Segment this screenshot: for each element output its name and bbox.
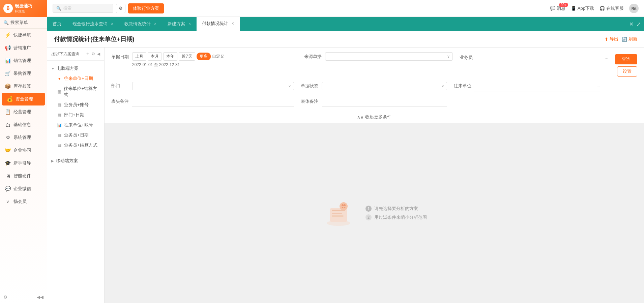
date-btn-this-month[interactable]: 本月	[148, 52, 162, 61]
tab-new-scheme-close[interactable]: ×	[188, 22, 191, 26]
date-btn-this-year[interactable]: 本年	[163, 52, 177, 61]
scheme-item-partner-date[interactable]: ● 往来单位+日期	[47, 73, 104, 84]
tab-bank-flow-close[interactable]: ×	[111, 22, 113, 26]
svg-rect-3	[332, 213, 342, 214]
partner-dots[interactable]: ...	[596, 83, 600, 88]
content-area: 付款情况统计(往来单位+日期) ⬆ 导出 🔄 刷新	[47, 31, 644, 303]
sidebar-bottom: ⚙ ◀◀	[0, 291, 47, 303]
salesman-label: 业务员	[460, 55, 473, 61]
date-btn-more[interactable]: 更多	[197, 53, 211, 60]
settings-button[interactable]: 设置	[617, 66, 637, 77]
scheme-item-salesman-account[interactable]: ▦ 业务员+账号	[47, 100, 104, 110]
partner-label: 往来单位	[454, 83, 471, 89]
scheme-collapse-icon[interactable]: ◀	[97, 52, 100, 56]
refresh-button[interactable]: 🔄 刷新	[622, 36, 637, 42]
logo-name: 畅捷通巧	[15, 3, 32, 9]
tab-expand-icon[interactable]: ⤢	[636, 21, 641, 27]
purchase-icon: 🛒	[5, 70, 11, 77]
quick-nav-icon: ⚡	[5, 32, 11, 38]
app-download-label: App下载	[578, 5, 594, 11]
scheme-partner-account-icon: 📊	[57, 122, 62, 128]
message-badge: 99+	[559, 3, 568, 7]
date-btn-last-month[interactable]: 上月	[132, 52, 146, 61]
tab-collection-stats-close[interactable]: ×	[154, 22, 156, 26]
scheme-add-icon[interactable]: +	[86, 51, 89, 57]
scheme-item-salesman-settlement[interactable]: ▦ 业务员+结算方式	[47, 140, 104, 150]
tab-new-scheme-label: 新建方案	[168, 21, 185, 27]
table-body-note-label: 表体备注	[301, 98, 319, 104]
trial-button[interactable]: 体验行业方案	[128, 3, 164, 13]
table-header-note-input[interactable]	[132, 97, 294, 105]
tab-new-scheme[interactable]: 新建方案 ×	[162, 17, 197, 31]
export-label: 导出	[610, 36, 618, 42]
salesman-input[interactable]	[476, 54, 605, 61]
sidebar-item-operation[interactable]: 📋 经营管理	[0, 105, 47, 118]
app-download-item[interactable]: 📱 App下载	[571, 5, 594, 11]
scheme-item-partner-account[interactable]: 📊 往来单位+账号	[47, 120, 104, 130]
sidebar-item-finance[interactable]: 💰 资金管理	[2, 93, 45, 105]
export-button[interactable]: ⬆ 导出	[605, 36, 618, 42]
logo-version: 标准版	[15, 9, 32, 14]
tab-collection-stats[interactable]: 收款情况统计 ×	[119, 17, 162, 31]
sidebar-item-sales[interactable]: 📊 销售管理	[0, 54, 47, 67]
tab-bank-flow[interactable]: 现金银行流水查询 ×	[67, 17, 119, 31]
query-button[interactable]: 查询	[615, 54, 637, 64]
sidebar-item-enterprise[interactable]: 🤝 企业协同	[0, 144, 47, 157]
collapse-button[interactable]: ∧∧ 收起更多条件	[357, 114, 391, 120]
scheme-panel-header: 按以下方案查询 + ⚙ ◀	[47, 48, 104, 61]
scheme-mobile-chevron: ▶	[51, 159, 54, 163]
scheme-item-salesman-date[interactable]: ▦ 业务员+日期	[47, 130, 104, 140]
search-menu-item[interactable]: 🔍 搜索菜单	[0, 17, 47, 29]
main-area: 🔍 搜索 ⚙ 体验行业方案 💬 消息 99+ 📱 App下载 🎧 在线客服	[47, 0, 644, 303]
voucher-status-select[interactable]: ∨	[322, 82, 447, 90]
empty-hint-1: 1 请先选择要分析的方案	[365, 206, 427, 212]
scheme-settings-icon[interactable]: ⚙	[91, 52, 95, 56]
date-custom-label[interactable]: 自定义	[212, 54, 224, 59]
sidebar-collapse-icon[interactable]: ◀◀	[37, 295, 43, 300]
date-btn-7days[interactable]: 近7天	[179, 52, 195, 61]
system-label: 系统管理	[13, 134, 31, 141]
scheme-desktop-header[interactable]: ▼ 电脑端方案	[47, 63, 104, 73]
sidebar-item-marketing[interactable]: 📢 营销推广	[0, 41, 47, 54]
message-item[interactable]: 💬 消息 99+	[550, 5, 565, 11]
collapse-chevron-up: ∧∧	[357, 115, 364, 120]
page-body: 按以下方案查询 + ⚙ ◀ ▼ 电脑端方案	[47, 48, 644, 303]
marketing-icon: 📢	[5, 45, 11, 51]
sidebar-item-smart-hw[interactable]: 🖥 智能硬件	[0, 170, 47, 182]
scheme-salesman-settlement-label: 业务员+结算方式	[64, 142, 97, 148]
sidebar-item-system[interactable]: ⚙ 系统管理	[0, 131, 47, 144]
sales-icon: 📊	[5, 58, 11, 64]
logo-area: 6 畅捷通巧 标准版	[0, 0, 47, 17]
tab-home[interactable]: 首页	[47, 17, 67, 31]
finance-label: 资金管理	[16, 96, 33, 102]
sidebar-item-quick-nav[interactable]: ⚡ 快捷导航	[0, 29, 47, 41]
tab-payment-stats[interactable]: 付款情况统计 ×	[197, 17, 240, 31]
scheme-item-dept-date[interactable]: ▦ 部门+日期	[47, 110, 104, 120]
sidebar-item-inventory[interactable]: 📦 库存核算	[0, 80, 47, 93]
sidebar-item-guide[interactable]: 🎓 新手引导	[0, 157, 47, 170]
online-service-item[interactable]: 🎧 在线客服	[599, 5, 624, 11]
salesman-dots[interactable]: ...	[605, 55, 608, 60]
tab-payment-stats-close[interactable]: ×	[232, 21, 234, 26]
scheme-mobile-header[interactable]: ▶ 移动端方案	[47, 156, 104, 166]
source-voucher-select[interactable]: ∨	[325, 52, 453, 61]
voucher-status-chevron: ∨	[441, 84, 444, 88]
header-search-box[interactable]: 🔍 搜索	[53, 4, 113, 13]
sidebar-item-member[interactable]: ∨ 畅会员	[0, 195, 47, 208]
user-avatar[interactable]: Rit	[629, 4, 639, 13]
sidebar-settings-icon[interactable]: ⚙	[3, 295, 7, 300]
sidebar-item-wechat[interactable]: 💬 企业微信	[0, 182, 47, 195]
table-header-note-label: 表头备注	[111, 98, 129, 104]
partner-input[interactable]	[474, 82, 596, 90]
smart-hw-icon: 🖥	[5, 173, 11, 179]
tab-close-all-icon[interactable]: ✕	[629, 21, 634, 27]
table-body-note-input[interactable]	[322, 97, 447, 105]
sidebar-item-basic-info[interactable]: 🗂 基础信息	[0, 118, 47, 131]
header-settings-button[interactable]: ⚙	[116, 4, 125, 13]
scheme-item-partner-settlement[interactable]: ▦ 往来单位+结算方式	[47, 84, 104, 100]
wechat-icon: 💬	[5, 186, 11, 192]
scheme-partner-date-label: 往来单位+日期	[64, 75, 93, 82]
tab-bar-actions: ✕ ⤢	[626, 17, 644, 31]
sidebar-item-purchase[interactable]: 🛒 采购管理	[0, 67, 47, 80]
dept-select[interactable]: ∨	[132, 82, 294, 90]
